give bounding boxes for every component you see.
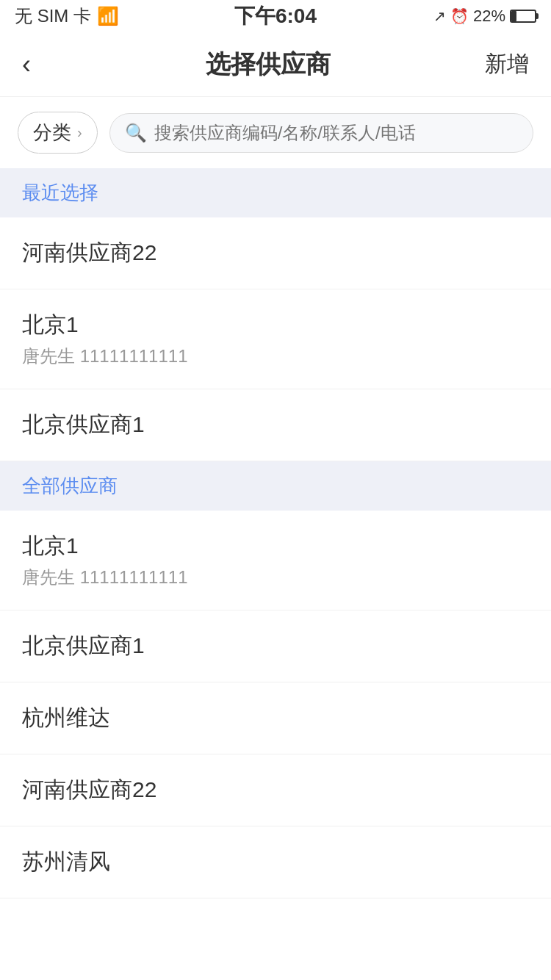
back-button[interactable]: ‹ — [22, 49, 66, 80]
item-name: 苏州清风 — [22, 847, 529, 877]
recent-section-header: 最近选择 — [0, 168, 551, 217]
list-item[interactable]: 杭州维达 — [0, 682, 551, 754]
item-name: 河南供应商22 — [22, 775, 529, 805]
filter-bar: 分类 › 🔍 — [0, 97, 551, 168]
status-bar: 无 SIM 卡 📶 下午6:04 ↗ ⏰ 22% — [0, 0, 551, 32]
item-sub: 唐先生 11111111111 — [22, 566, 529, 589]
category-label: 分类 — [33, 120, 71, 145]
chevron-right-icon: › — [77, 124, 82, 141]
status-time: 下午6:04 — [234, 2, 317, 30]
battery-text: 22% — [473, 7, 505, 26]
list-item[interactable]: 河南供应商22 — [0, 754, 551, 826]
recent-items-list: 河南供应商22北京1唐先生 11111111111北京供应商1 — [0, 217, 551, 461]
item-name: 杭州维达 — [22, 703, 529, 733]
all-section-header: 全部供应商 — [0, 461, 551, 511]
search-box[interactable]: 🔍 — [109, 113, 533, 153]
wifi-icon: 📶 — [97, 6, 119, 26]
search-input[interactable] — [154, 123, 518, 143]
category-filter-button[interactable]: 分类 › — [18, 112, 98, 154]
item-sub: 唐先生 11111111111 — [22, 345, 529, 368]
item-name: 河南供应商22 — [22, 238, 529, 268]
list-item[interactable]: 北京供应商1 — [0, 610, 551, 682]
list-item[interactable]: 北京1唐先生 11111111111 — [0, 289, 551, 389]
item-name: 北京供应商1 — [22, 410, 529, 440]
list-item[interactable]: 苏州清风 — [0, 826, 551, 898]
no-sim-text: 无 SIM 卡 — [15, 4, 91, 28]
item-name: 北京供应商1 — [22, 631, 529, 661]
list-item[interactable]: 河南供应商22 — [0, 217, 551, 289]
nav-bar: ‹ 选择供应商 新增 — [0, 32, 551, 97]
search-icon: 🔍 — [125, 123, 147, 143]
item-name: 北京1 — [22, 531, 529, 561]
all-items-list: 北京1唐先生 11111111111北京供应商1杭州维达河南供应商22苏州清风 — [0, 511, 551, 898]
status-left: 无 SIM 卡 📶 — [15, 4, 119, 28]
alarm-icon: ⏰ — [450, 7, 469, 25]
location-icon: ↗ — [433, 7, 446, 25]
battery-icon — [510, 10, 536, 23]
list-item[interactable]: 北京1唐先生 11111111111 — [0, 511, 551, 610]
item-name: 北京1 — [22, 310, 529, 340]
add-button[interactable]: 新增 — [470, 49, 529, 79]
list-item[interactable]: 北京供应商1 — [0, 389, 551, 461]
page-title: 选择供应商 — [206, 48, 331, 82]
status-right: ↗ ⏰ 22% — [433, 7, 536, 26]
